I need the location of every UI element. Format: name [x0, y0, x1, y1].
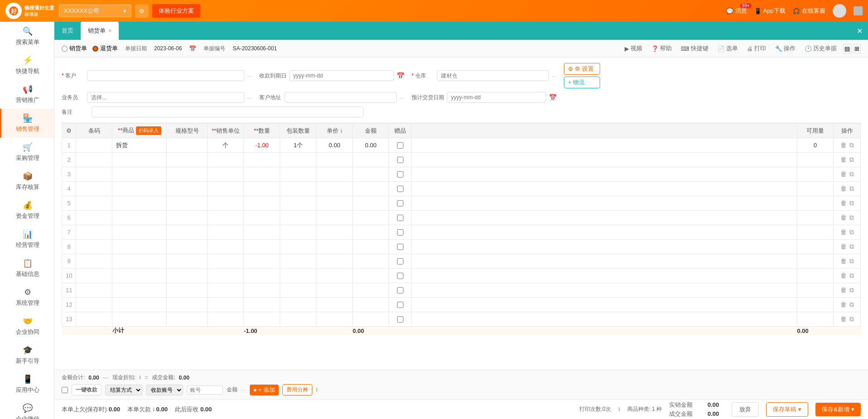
cell-packqty[interactable]: 1个: [280, 138, 316, 153]
add-payment-btn[interactable]: ● + 添加: [250, 385, 279, 395]
copy-icon[interactable]: ⧉: [849, 272, 854, 279]
discard-btn[interactable]: 放弃: [732, 402, 759, 417]
cell-unit[interactable]: [208, 298, 244, 312]
gift-checkbox[interactable]: [397, 258, 403, 265]
cell-price[interactable]: [316, 312, 353, 327]
cell-price[interactable]: [316, 211, 353, 225]
cell-packqty[interactable]: [280, 211, 316, 225]
sidebar-item-guide[interactable]: 🎓 新手引导: [0, 341, 54, 370]
cell-gift[interactable]: [389, 138, 412, 153]
col-settings[interactable]: ⚙: [62, 124, 76, 138]
cell-unit[interactable]: [208, 254, 244, 269]
customer-addr-dots[interactable]: ···: [399, 94, 404, 101]
cell-spec[interactable]: [167, 225, 208, 240]
copy-icon[interactable]: ⧉: [849, 315, 854, 323]
copy-icon[interactable]: ⧉: [849, 243, 854, 250]
cell-barcode[interactable]: [76, 196, 112, 211]
cell-qty[interactable]: [244, 298, 280, 312]
settings-action-btn[interactable]: ⚙ ⚙ 设置: [564, 63, 600, 75]
cell-qty[interactable]: [244, 254, 280, 269]
cell-gift[interactable]: [389, 211, 412, 225]
gift-checkbox[interactable]: [397, 215, 403, 221]
cell-packqty[interactable]: [280, 298, 316, 312]
cell-unit[interactable]: [208, 225, 244, 240]
warehouse-input[interactable]: [437, 70, 549, 81]
receive-date-input[interactable]: [289, 70, 394, 81]
cell-qty[interactable]: [244, 196, 280, 211]
message-action[interactable]: 💬 消息 99+: [726, 7, 747, 15]
cell-product[interactable]: [112, 225, 167, 240]
gift-checkbox[interactable]: [397, 302, 403, 308]
expected-date-input[interactable]: [447, 92, 546, 103]
delete-icon[interactable]: 🗑: [840, 243, 847, 250]
app-download-action[interactable]: 📱 App下载: [754, 7, 786, 15]
cell-spec[interactable]: [167, 211, 208, 225]
cell-product[interactable]: [112, 182, 167, 196]
cell-amount[interactable]: [353, 182, 389, 196]
salesperson-input[interactable]: [87, 92, 244, 103]
cell-product[interactable]: [112, 283, 167, 298]
cell-packqty[interactable]: [280, 167, 316, 182]
cell-price[interactable]: [316, 298, 353, 312]
print-btn[interactable]: 🖨 打印: [744, 43, 769, 53]
scan-btn[interactable]: 扫码录入: [136, 126, 161, 135]
cell-unit[interactable]: [208, 312, 244, 327]
cell-gift[interactable]: [389, 312, 412, 327]
cell-amount[interactable]: [353, 312, 389, 327]
cell-amount[interactable]: [353, 167, 389, 182]
gift-checkbox[interactable]: [397, 287, 403, 294]
delete-icon[interactable]: 🗑: [840, 156, 847, 164]
cell-spec[interactable]: [167, 269, 208, 283]
expected-date-calendar-icon[interactable]: 📅: [549, 94, 557, 101]
cell-gift[interactable]: [389, 283, 412, 298]
cell-amount[interactable]: [353, 298, 389, 312]
cell-spec[interactable]: [167, 298, 208, 312]
cell-barcode[interactable]: [76, 298, 112, 312]
cell-amount[interactable]: [353, 196, 389, 211]
cell-price[interactable]: [316, 153, 353, 167]
gift-checkbox[interactable]: [397, 273, 403, 279]
online-service-action[interactable]: 🎧 在线客服: [793, 7, 825, 15]
delete-icon[interactable]: 🗑: [840, 315, 847, 323]
cell-gift[interactable]: [389, 196, 412, 211]
copy-icon[interactable]: ⧉: [849, 199, 854, 207]
copy-icon[interactable]: ⧉: [849, 214, 854, 222]
help-btn[interactable]: ❓ 帮助: [649, 43, 674, 53]
cell-barcode[interactable]: [76, 240, 112, 254]
sidebar-item-purchase[interactable]: 🛒 采购管理: [0, 138, 54, 167]
amount-dots[interactable]: ···: [241, 386, 246, 393]
cell-amount[interactable]: [353, 225, 389, 240]
tab-home[interactable]: 首页: [54, 22, 81, 40]
cell-barcode[interactable]: [76, 225, 112, 240]
gift-checkbox[interactable]: [397, 229, 403, 236]
save-draft-btn[interactable]: 保存草稿 ▾: [766, 402, 808, 417]
cell-spec[interactable]: [167, 153, 208, 167]
cell-unit[interactable]: [208, 196, 244, 211]
select-btn[interactable]: 📄 选单: [715, 43, 741, 53]
tab-sale-order[interactable]: 销货单 ×: [81, 22, 119, 40]
sidebar-item-inventory[interactable]: 📦 库存核算: [0, 167, 54, 196]
sidebar-item-search[interactable]: 🔍 搜索菜单: [0, 22, 54, 51]
cell-product[interactable]: 拆货: [112, 138, 167, 153]
copy-icon[interactable]: ⧉: [849, 170, 854, 178]
cell-packqty[interactable]: [280, 153, 316, 167]
cell-spec[interactable]: [167, 283, 208, 298]
sidebar-item-operations[interactable]: 📊 经营管理: [0, 225, 54, 254]
cell-spec[interactable]: [167, 182, 208, 196]
cell-amount[interactable]: [353, 283, 389, 298]
one-click-checkbox[interactable]: [62, 387, 68, 393]
delete-icon[interactable]: 🗑: [840, 185, 847, 193]
cell-gift[interactable]: [389, 225, 412, 240]
cell-qty[interactable]: [244, 167, 280, 182]
calc-method-select[interactable]: 结算方式: [105, 385, 142, 395]
delete-icon[interactable]: 🗑: [840, 272, 847, 279]
cell-product[interactable]: [112, 269, 167, 283]
cell-qty[interactable]: [244, 269, 280, 283]
cell-spec[interactable]: [167, 240, 208, 254]
cell-price[interactable]: [316, 167, 353, 182]
customer-dots[interactable]: ···: [247, 72, 252, 79]
remark-input[interactable]: [92, 106, 364, 117]
delete-icon[interactable]: 🗑: [840, 257, 847, 265]
sidebar-item-quick-nav[interactable]: ⚡ 快捷导航: [0, 51, 54, 80]
cell-unit[interactable]: [208, 211, 244, 225]
